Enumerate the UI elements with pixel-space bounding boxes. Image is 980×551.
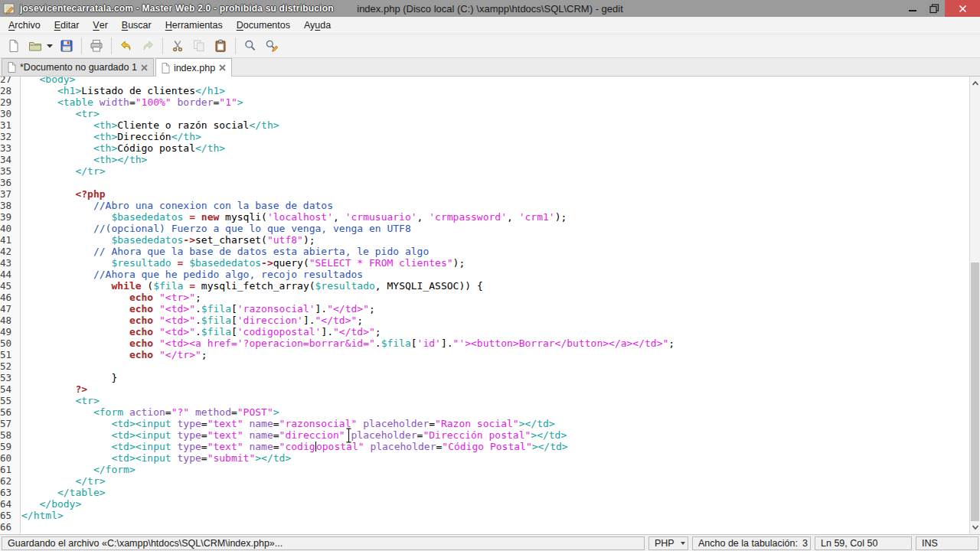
code-line: 59 <td><input type="text" name="codigopo…	[0, 441, 969, 452]
toolbar-separator	[235, 37, 236, 54]
toolbar-separator	[81, 37, 82, 54]
line-number: 57	[0, 418, 16, 429]
cut-button[interactable]	[168, 36, 188, 56]
menu-item-archivo[interactable]: Archivo	[2, 17, 47, 34]
code-line: 30 <tr>	[0, 108, 969, 119]
menu-item-editar[interactable]: Editar	[47, 17, 87, 34]
minimize-button[interactable]	[902, 0, 923, 17]
redo-button[interactable]	[138, 36, 158, 56]
paste-icon	[214, 39, 227, 53]
line-number: 29	[0, 96, 16, 108]
line-code: </body>	[16, 498, 81, 510]
minimize-icon	[909, 10, 916, 11]
toolbar	[0, 34, 980, 58]
code-line: 38 //Abro una conexion con la base de da…	[0, 200, 969, 211]
tab-index-php[interactable]: index.php	[155, 58, 232, 77]
print-button[interactable]	[87, 36, 106, 56]
code-line: 45 while ($fila = mysqli_fetch_array($re…	[0, 280, 969, 292]
line-number: 42	[0, 246, 16, 257]
document-icon	[8, 62, 16, 73]
line-number: 55	[0, 395, 16, 406]
line-number: 54	[0, 383, 16, 395]
line-number: 49	[0, 326, 16, 337]
code-line: 37 <?php	[0, 188, 969, 200]
menu-item-herramientas[interactable]: Herramientas	[158, 17, 230, 34]
close-icon	[959, 5, 967, 13]
line-number: 60	[0, 452, 16, 464]
menu-item-buscar[interactable]: Buscar	[115, 17, 158, 34]
code-line: 66	[0, 521, 969, 533]
undo-icon	[119, 39, 133, 53]
line-number: 61	[0, 464, 16, 475]
save-button[interactable]	[57, 36, 77, 56]
line-number: 31	[0, 119, 16, 131]
line-code: $basededatos->set_charset("utf8");	[16, 234, 315, 246]
line-number: 62	[0, 475, 16, 487]
tab-width-text: Ancho de la tabulación:3	[698, 537, 808, 549]
status-message: Guardando el archivo «C:\xampp\htdocs\SQ…	[2, 536, 645, 550]
line-code	[16, 360, 21, 372]
code-line: 48 echo "<td>".$fila['direccion']."</td>…	[0, 315, 969, 326]
line-code: while ($fila = mysqli_fetch_array($resul…	[16, 280, 483, 292]
document-icon	[162, 63, 170, 73]
copy-icon	[192, 39, 206, 53]
search-button[interactable]	[240, 36, 260, 56]
code-line: 58 <td><input type="text" name="direccio…	[0, 429, 969, 441]
copy-button[interactable]	[189, 36, 209, 56]
tab-width-dropdown[interactable]: Ancho de la tabulación:3	[692, 536, 811, 550]
scroll-down-arrow-icon[interactable]	[970, 522, 980, 533]
code-line: 55 <tr>	[0, 395, 969, 406]
code-line: 41 $basededatos->set_charset("utf8");	[0, 234, 969, 246]
close-button[interactable]	[945, 0, 980, 17]
code-line: 52	[0, 360, 969, 372]
line-number: 51	[0, 349, 16, 360]
line-code: <form action="?" method="POST">	[16, 406, 279, 418]
line-code: <th></th>	[16, 154, 147, 165]
line-number: 33	[0, 142, 16, 154]
line-number: 66	[0, 521, 16, 533]
vertical-scrollbar[interactable]	[969, 77, 980, 534]
code-line: 44 //Ahora que he pedido algo, recojo re…	[0, 269, 969, 280]
tab-documento-no-guardado-1[interactable]: *Documento no guardado 1	[2, 58, 154, 76]
code-line: 54 ?>	[0, 383, 969, 395]
open-folder-button[interactable]	[25, 36, 45, 56]
code-line: 62 </tr>	[0, 475, 969, 487]
code-line: 31 <th>Cliente o razón social</th>	[0, 119, 969, 131]
code-line: 40 //(opcional) Fuerzo a que lo que veng…	[0, 223, 969, 234]
code-lines: 27 <body>28 <h1>Listado de clientes</h1>…	[0, 77, 969, 533]
line-code	[16, 521, 21, 533]
line-code: </tr>	[16, 165, 106, 177]
line-code: echo "<tr>";	[16, 292, 201, 303]
line-number: 37	[0, 188, 16, 200]
open-dropdown-button[interactable]	[44, 36, 55, 56]
maximize-button[interactable]	[923, 0, 945, 17]
line-number: 47	[0, 303, 16, 315]
undo-button[interactable]	[116, 36, 136, 56]
new-document-button[interactable]	[4, 36, 24, 56]
code-line: 61 </form>	[0, 464, 969, 475]
line-number: 48	[0, 315, 16, 326]
menu-item-documentos[interactable]: Documentos	[230, 17, 297, 34]
tab-close-icon[interactable]	[219, 64, 226, 71]
line-number: 65	[0, 510, 16, 521]
new-document-icon	[7, 39, 21, 53]
line-code: </form>	[16, 464, 136, 475]
scrollbar-thumb[interactable]	[971, 262, 979, 521]
code-line: 47 echo "<td>".$fila['razonsocial']."</t…	[0, 303, 969, 315]
line-code: // Ahora que la base de datos esta abier…	[16, 246, 429, 257]
language-dropdown[interactable]: PHP	[648, 536, 688, 550]
line-code: <?php	[16, 188, 106, 200]
search-replace-button[interactable]	[262, 36, 282, 56]
code-line: 33 <th>Código postal</th>	[0, 142, 969, 154]
scroll-up-arrow-icon[interactable]	[970, 78, 980, 89]
line-number: 27	[0, 77, 16, 85]
menu-item-ver[interactable]: Ver	[86, 17, 114, 34]
status-bar: Guardando el archivo «C:\xampp\htdocs\SQ…	[0, 534, 980, 551]
paste-button[interactable]	[211, 36, 230, 56]
menu-item-ayuda[interactable]: Ayuda	[297, 17, 338, 34]
editor-area[interactable]: 27 <body>28 <h1>Listado de clientes</h1>…	[0, 77, 980, 534]
line-number: 46	[0, 292, 16, 303]
code-line: 43 $resultado = $basededatos->query("SEL…	[0, 257, 969, 269]
tab-close-icon[interactable]	[141, 64, 148, 71]
code-line: 60 <td><input type="submit"></td>	[0, 452, 969, 464]
